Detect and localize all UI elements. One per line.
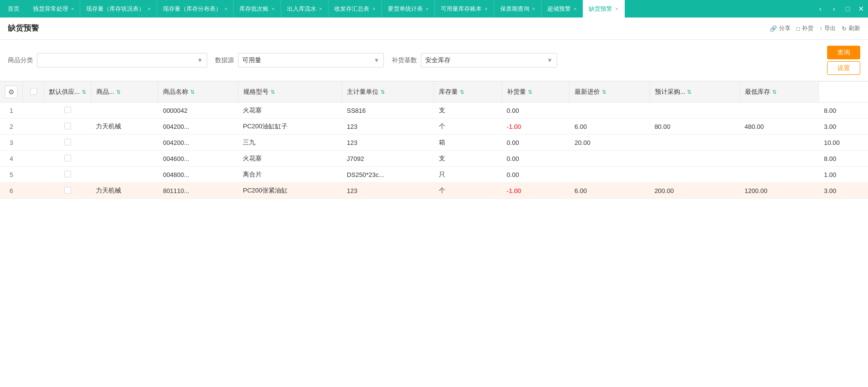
row-checkbox[interactable] [64, 155, 71, 161]
row-checkbox[interactable] [64, 106, 71, 113]
tab-close-inout-flow[interactable]: × [319, 6, 322, 12]
th-min-stock[interactable]: 最低库存 ⇅ [740, 82, 819, 103]
th-gear[interactable]: ⚙ [0, 82, 23, 103]
sort-stock-qty[interactable]: 库存量 ⇅ [439, 88, 496, 96]
table-row: 4 004600... 火花塞 J7092 支 0.00 8.00 [0, 151, 868, 167]
tab-close-receive-summary[interactable]: × [372, 6, 375, 12]
tab-home[interactable]: 首页 [0, 0, 27, 18]
row-supplier [91, 103, 158, 119]
category-select[interactable]: ▼ [37, 53, 207, 68]
export-button[interactable]: ↑ 导出 [819, 24, 836, 33]
settings-button[interactable]: 设置 [827, 61, 860, 75]
th-latest-price[interactable]: 最新进价 ⇅ [570, 82, 650, 103]
tab-stock-dist[interactable]: 现存量（库存分布表） × [157, 0, 234, 18]
sort-spec[interactable]: 规格型号 ⇅ [243, 88, 337, 96]
th-spec[interactable]: 规格型号 ⇅ [238, 82, 342, 103]
sort-latest-price[interactable]: 最新进价 ⇅ [575, 88, 644, 96]
tab-nav-close[interactable]: ✕ [854, 0, 868, 18]
table-row: 3 004200... 三九 123 箱 0.00 20.00 10.00 [0, 135, 868, 151]
row-unit: 个 [434, 183, 502, 199]
sort-product-code[interactable]: 商品... ⇅ [96, 88, 153, 96]
sort-unit[interactable]: 主计量单位 ⇅ [347, 88, 429, 96]
row-product-name: 火花塞 [238, 151, 342, 167]
row-est-purchase [740, 167, 819, 183]
row-checkbox[interactable] [64, 139, 71, 145]
filter-datasource-group: 数据源 可用量 ▼ [215, 53, 384, 68]
th-unit[interactable]: 主计量单位 ⇅ [342, 82, 434, 103]
sort-replenish-qty[interactable]: 补货量 ⇅ [507, 88, 564, 96]
row-latest-price [650, 135, 740, 151]
tab-close-stock-abnormal[interactable]: × [71, 6, 74, 12]
tab-expiry-query[interactable]: 保质期查询 × [494, 0, 542, 18]
row-min-stock: 10.00 [819, 135, 868, 151]
header-checkbox[interactable] [30, 88, 37, 95]
tab-stock-abnormal[interactable]: 拣货异常处理 × [27, 0, 80, 18]
th-est-purchase[interactable]: 预计采购... ⇅ [650, 82, 740, 103]
tab-nav-prev[interactable]: ‹ [814, 0, 827, 18]
row-spec: SS816 [342, 103, 434, 119]
sort-product-name[interactable]: 商品名称 ⇅ [163, 88, 233, 96]
row-stock-qty: 0.00 [502, 167, 569, 183]
row-replenish-qty: 6.00 [570, 119, 650, 135]
filter-actions: 查询 设置 [827, 46, 860, 75]
sort-default-supplier[interactable]: 默认供应... ⇅ [49, 88, 86, 96]
replenish-base-select[interactable]: 安全库存 ▼ [421, 53, 557, 68]
sort-min-stock[interactable]: 最低库存 ⇅ [745, 88, 814, 96]
row-checkbox-cell[interactable] [44, 135, 91, 151]
tab-close-shortage[interactable]: × [615, 6, 618, 12]
th-product-name[interactable]: 商品名称 ⇅ [158, 82, 238, 103]
replenish-button[interactable]: □ 补货 [796, 24, 814, 33]
refresh-button[interactable]: ↻ 刷新 [842, 24, 860, 33]
tab-close-demand-stats[interactable]: × [426, 6, 429, 12]
row-latest-price [650, 151, 740, 167]
sort-est-purchase[interactable]: 预计采购... ⇅ [655, 88, 735, 96]
tab-nav-restore[interactable]: □ [841, 0, 854, 18]
sort-icon-min: ⇅ [772, 89, 777, 95]
th-checkbox[interactable] [23, 82, 44, 103]
tab-available-ledger[interactable]: 可用量库存账本 × [435, 0, 494, 18]
th-stock-qty[interactable]: 库存量 ⇅ [434, 82, 502, 103]
tab-label: 拣货异常处理 [33, 5, 68, 13]
tab-close-expiry-query[interactable]: × [532, 6, 535, 12]
th-replenish-qty[interactable]: 补货量 ⇅ [502, 82, 569, 103]
tab-overstock[interactable]: 超储预警 × [542, 0, 583, 18]
row-checkbox[interactable] [64, 123, 71, 129]
tab-nav-btns: ‹ › □ ✕ [814, 0, 868, 18]
tab-close-stock-dist[interactable]: × [224, 6, 227, 12]
row-product-code: 004200... [158, 119, 238, 135]
tab-close-stock-status[interactable]: × [147, 6, 150, 12]
tab-shortage[interactable]: 缺货预警 × [583, 0, 624, 18]
query-button[interactable]: 查询 [827, 46, 860, 59]
tab-batch-account[interactable]: 库存批次账 × [234, 0, 281, 18]
tab-close-overstock[interactable]: × [574, 6, 577, 12]
tab-stock-status[interactable]: 现存量（库存状况表） × [80, 0, 157, 18]
th-product-code[interactable]: 商品... ⇅ [91, 82, 158, 103]
row-index: 4 [0, 151, 23, 167]
row-checkbox[interactable] [64, 171, 71, 177]
row-checkbox-cell[interactable] [44, 103, 91, 119]
row-unit: 个 [434, 119, 502, 135]
datasource-select[interactable]: 可用量 ▼ [238, 53, 384, 68]
row-checkbox-cell[interactable] [44, 119, 91, 135]
tab-close-batch-account[interactable]: × [271, 6, 274, 12]
data-table: ⚙ 默认供应... ⇅ 商品... ⇅ [0, 81, 868, 199]
gear-settings-icon[interactable]: ⚙ [5, 86, 18, 98]
row-checkbox[interactable] [64, 187, 71, 194]
row-checkbox-cell[interactable] [44, 167, 91, 183]
row-checkbox-cell[interactable] [44, 151, 91, 167]
row-product-code: 801110... [158, 183, 238, 199]
row-index: 6 [0, 183, 23, 199]
tab-demand-stats[interactable]: 要货单统计表 × [382, 0, 435, 18]
tab-bar: 首页 拣货异常处理 × 现存量（库存状况表） × 现存量（库存分布表） × 库存… [0, 0, 868, 18]
tab-inout-flow[interactable]: 出入库流水 × [281, 0, 328, 18]
row-replenish-qty: 20.00 [570, 135, 650, 151]
share-button[interactable]: 🔗 分享 [770, 24, 791, 33]
th-default-supplier[interactable]: 默认供应... ⇅ [44, 82, 91, 103]
row-unit: 支 [434, 103, 502, 119]
tab-nav-next[interactable]: › [827, 0, 841, 18]
tab-close-available-ledger[interactable]: × [485, 6, 488, 12]
row-product-code: 0000042 [158, 103, 238, 119]
row-est-purchase [740, 151, 819, 167]
row-checkbox-cell[interactable] [44, 183, 91, 199]
tab-receive-summary[interactable]: 收发存汇总表 × [328, 0, 381, 18]
